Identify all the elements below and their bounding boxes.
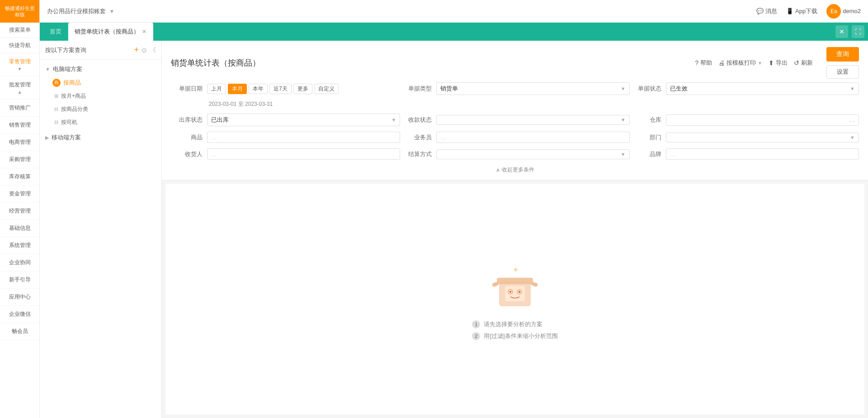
svg-text:·: · [501,275,503,280]
sidebar-search[interactable]: 搜索菜单 [0,23,39,38]
tree-sub-icon-2: ⊟ [54,106,58,112]
export-button[interactable]: ⬆ 导出 [769,59,788,67]
sidebar-item-retail[interactable]: 零售管理 ▼ [0,53,39,76]
product-input[interactable]: … [207,132,400,143]
refresh-button[interactable]: ↺ 刷新 [794,59,813,67]
date-filter-group: 上月 本月 本年 近7天 更多 自定义 [207,84,339,94]
salesperson-ellipsis: … [440,134,446,141]
right-panel: 销货单统计表（按商品） ? 帮助 🖨 按模板打印 ▼ ⬆ [162,41,868,418]
sidebar-item-enterprise[interactable]: 企业协同 [0,254,39,271]
help-button[interactable]: ? 帮助 [695,59,712,67]
date-range-display: 2023-03-01 至 2023-03-31 [209,101,273,107]
window-close-button[interactable]: ✕ [835,25,848,38]
empty-step-2: 2 用[过滤]条件来缩小分析范围 [472,332,557,340]
empty-state: ✦ · · 1 请先选择要分析的方案 2 用[过滤]条件来缩小分析范围 [165,184,864,414]
setting-button[interactable]: 设置 [826,65,859,79]
message-button[interactable]: 💬 消息 [756,7,777,15]
sidebar-item-vip[interactable]: 畅会员 [0,323,39,340]
sidebar-item-purchase[interactable]: 采购管理 [0,151,39,168]
sidebar-item-finance[interactable]: 资金管理 [0,185,39,203]
print-icon: 🖨 [718,59,725,66]
workspace-selector[interactable]: 办公用品行业模拟账套 ▼ [47,7,114,15]
sidebar-item-operation[interactable]: 经营管理 [0,203,39,220]
warehouse-select[interactable]: … [666,114,859,126]
date-btn-more[interactable]: 更多 [293,84,312,94]
warehouse-status-label: 出库状态 [171,116,207,124]
user-profile[interactable]: Ea demo2 [826,4,861,19]
sidebar-item-sales-mgmt[interactable]: 销售管理 [0,117,39,134]
tree-item-by-product[interactable]: 商 按商品 [40,76,161,90]
tree-item-label: 按商品 [63,79,81,87]
sidebar-item-label: 基础信息 [9,224,31,232]
app-download-button[interactable]: 📱 App下载 [786,7,817,15]
settlement-arrow-icon: ▼ [621,152,626,157]
sidebar-item-ecommerce[interactable]: 电商管理 [0,134,39,151]
tab-window-actions: ✕ ⛶ [835,25,864,38]
tree-item-by-cashier[interactable]: ⊟ 按司机 [40,116,161,129]
print-template-button[interactable]: 🖨 按模板打印 ▼ [718,59,762,67]
settlement-label: 结算方式 [400,150,436,158]
tree-pc-label: 电脑端方案 [53,65,82,73]
brand-input[interactable]: … [666,148,859,160]
collapse-filters-button[interactable]: ∧ 收起更多条件 [171,163,859,174]
settlement-select[interactable]: ▼ [436,149,629,159]
sidebar-quick-nav[interactable]: 快捷导航 [0,38,39,53]
sidebar-item-label: 新手引导 [9,276,31,284]
tab-close-icon[interactable]: ✕ [142,28,146,35]
window-maximize-button[interactable]: ⛶ [852,25,864,38]
sidebar-item-basic[interactable]: 基础信息 [0,220,39,237]
app-logo: 畅捷通好生意 标版 [0,0,39,23]
receiver-label: 收货人 [171,150,207,158]
payment-status-label: 收款状态 [400,116,436,124]
empty-step-1: 1 请先选择要分析的方案 [472,320,557,328]
tree-mobile-label: 移动端方案 [52,133,81,142]
tab-sales-stat-label: 销货单统计表（按商品） [75,28,139,36]
tree-mobile-expand-icon: ▶ [45,135,49,141]
tab-sales-stat[interactable]: 销货单统计表（按商品） ✕ [68,23,153,41]
date-btn-custom[interactable]: 自定义 [314,84,339,94]
tree-mobile-section[interactable]: ▶ 移动端方案 [40,131,161,144]
sidebar-item-label: 企业协同 [9,259,31,266]
sidebar-item-wholesale[interactable]: 批发管理 ▲ [0,76,39,100]
page-body: 按以下方案查询 + ⊙ 《 ▼ 电脑端方案 商 按商品 ⊞ [40,41,868,418]
tab-home[interactable]: 首页 [43,23,68,41]
doc-status-select[interactable]: 已生效 ▼ [666,82,859,95]
tree-sub-icon-3: ⊟ [54,119,58,125]
receiver-input[interactable]: … [207,148,400,160]
left-panel-actions: + ⊙ 《 [134,45,156,55]
product-ellipsis: … [211,134,217,141]
department-select[interactable]: ▼ [666,133,859,142]
tree-item-by-month-product[interactable]: ⊞ 按月+商品 [40,90,161,103]
date-btn-this-month[interactable]: 本月 [228,84,247,94]
tree-pc-section[interactable]: ▼ 电脑端方案 [40,62,161,76]
collapse-panel-button[interactable]: 《 [150,46,156,54]
tree-sub-icon: ⊞ [54,93,58,99]
query-button[interactable]: 查询 [826,47,859,62]
sidebar-item-app-center[interactable]: 应用中心 [0,289,39,306]
date-btn-7days[interactable]: 近7天 [269,84,292,94]
doc-type-label: 单据类型 [400,85,436,93]
doc-type-value: 销货单 [440,85,458,93]
warehouse-label: 仓库 [630,116,666,124]
warehouse-status-select[interactable]: 已出库 ▼ [207,114,400,126]
edit-scheme-button[interactable]: ⊙ [142,47,147,54]
sidebar-item-wechat[interactable]: 企业微信 [0,306,39,323]
sidebar-item-marketing[interactable]: 营销推广 [0,100,39,117]
sidebar-item-inventory[interactable]: 库存核算 [0,168,39,185]
tree-item-by-product-category[interactable]: ⊟ 按商品分类 [40,103,161,116]
doc-type-select[interactable]: 销货单 ▼ [436,82,629,95]
tree-expand-icon: ▼ [45,66,50,72]
page-title-row: 销货单统计表（按商品） ? 帮助 🖨 按模板打印 ▼ ⬆ [171,47,859,82]
salesperson-input[interactable]: … [436,132,629,143]
workspace-title: 办公用品行业模拟账套 [47,7,106,15]
collapse-label: 收起更多条件 [502,166,534,174]
message-label: 消息 [765,7,777,15]
sidebar-item-newbie[interactable]: 新手引导 [0,271,39,289]
header-actions: 💬 消息 📱 App下载 Ea demo2 [756,4,861,19]
date-btn-last-month[interactable]: 上月 [207,84,226,94]
date-btn-this-year[interactable]: 本年 [249,84,268,94]
sidebar-item-system[interactable]: 系统管理 [0,237,39,254]
step-1-num: 1 [472,320,480,328]
payment-status-select[interactable]: ▼ [436,115,629,125]
add-scheme-button[interactable]: + [134,45,139,55]
